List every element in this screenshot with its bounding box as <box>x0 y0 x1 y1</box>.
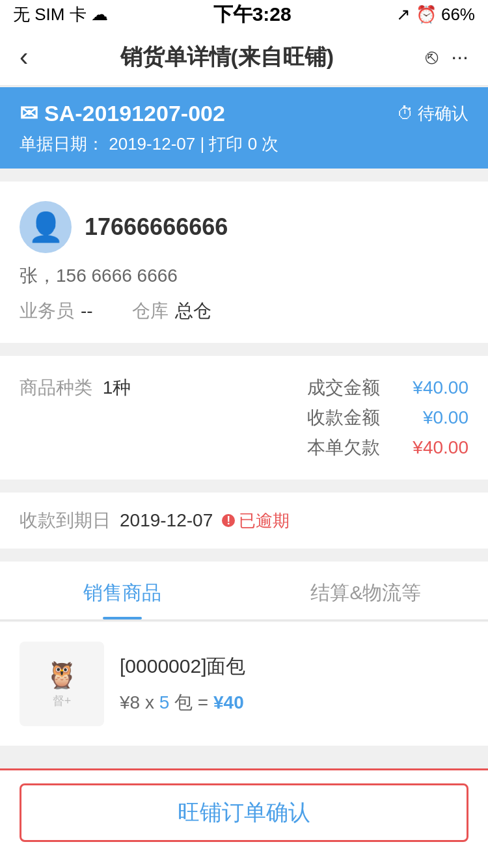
product-type-value: 1种 <box>103 377 131 398</box>
print-label: | 打印 <box>200 134 243 154</box>
owed-label: 本单欠款 <box>307 435 380 460</box>
warehouse-label: 仓库 <box>132 299 169 323</box>
status-left: 无 SIM 卡 ☁ <box>13 3 108 26</box>
status-time: 下午3:28 <box>213 1 291 28</box>
product-list: 🦉 督+ [0000002]面包 ¥8 x 5 包 = ¥40 <box>0 622 488 746</box>
share-button[interactable]: ⎋ <box>426 45 438 69</box>
due-date-value: 2019-12-07 <box>120 510 213 531</box>
nav-bar: ‹ 销货单详情(来自旺铺) ⎋ ··· <box>0 29 488 86</box>
order-status: ⏱ 待确认 <box>397 102 468 125</box>
customer-meta: 业务员 -- 仓库 总仓 <box>20 299 468 323</box>
product-total: ¥40 <box>213 692 244 712</box>
bottom-bar: 旺铺订单确认 <box>0 768 488 868</box>
customer-header: 👤 17666666666 <box>20 201 468 253</box>
tab-sales-products[interactable]: 销售商品 <box>0 562 244 619</box>
customer-card: 👤 17666666666 张，156 6666 6666 业务员 -- 仓库 … <box>0 182 488 343</box>
product-type-label: 商品种类 <box>20 377 92 398</box>
sales-value: -- <box>81 301 93 321</box>
price-separator: x <box>145 692 159 712</box>
product-logo-icon: 🦉 <box>46 660 78 690</box>
overdue-badge: ! 已逾期 <box>222 509 290 532</box>
sales-item: 业务员 -- <box>20 299 93 323</box>
summary-card: 商品种类 1种 成交金额 ¥40.00 收款金额 ¥0.00 本单欠款 ¥40.… <box>0 356 488 480</box>
order-id-icon: ✉ <box>20 100 38 126</box>
page-title: 销货单详情(来自旺铺) <box>120 42 334 72</box>
tab-sales-label: 销售商品 <box>83 582 161 603</box>
status-right: ↗ ⏰ 66% <box>396 5 475 25</box>
product-title: 面包 <box>206 655 245 677</box>
tab-settlement-label: 结算&物流等 <box>310 582 421 603</box>
more-button[interactable]: ··· <box>451 45 468 69</box>
customer-phone: 17666666666 <box>85 213 228 241</box>
product-price: ¥8 x 5 包 = ¥40 <box>120 690 468 715</box>
product-logo-text: 督+ <box>53 693 72 709</box>
tab-settlement[interactable]: 结算&物流等 <box>244 562 488 619</box>
table-row: 🦉 督+ [0000002]面包 ¥8 x 5 包 = ¥40 <box>0 622 488 746</box>
product-name: [0000002]面包 <box>120 653 468 680</box>
product-qty: 5 <box>159 692 170 712</box>
owed-value: ¥40.00 <box>390 437 468 458</box>
customer-name: 张，156 6666 6666 <box>20 264 468 288</box>
overdue-icon: ! <box>222 514 235 527</box>
sales-label: 业务员 <box>20 299 74 323</box>
received-row: 收款金额 ¥0.00 <box>307 405 468 430</box>
price-base: ¥8 <box>120 692 140 712</box>
order-date: 单据日期： 2019-12-07 | 打印 0 次 <box>20 133 468 156</box>
nav-actions: ⎋ ··· <box>426 45 468 69</box>
transaction-row: 成交金额 ¥40.00 <box>307 375 468 400</box>
print-unit: 次 <box>262 134 278 154</box>
transaction-value: ¥40.00 <box>390 377 468 398</box>
print-count: 0 <box>248 134 257 154</box>
avatar-icon: 👤 <box>28 210 64 244</box>
equals-sign: = <box>198 692 213 712</box>
received-value: ¥0.00 <box>390 407 468 428</box>
product-code: [0000002] <box>120 655 206 677</box>
due-date-label: 收款到期日 <box>20 508 111 533</box>
received-label: 收款金额 <box>307 405 380 430</box>
owed-row: 本单欠款 ¥40.00 <box>307 435 468 460</box>
product-info: [0000002]面包 ¥8 x 5 包 = ¥40 <box>120 653 468 715</box>
warehouse-item: 仓库 总仓 <box>132 299 211 323</box>
summary-left: 商品种类 1种 <box>20 375 131 400</box>
order-id: ✉ SA-20191207-002 <box>20 100 225 126</box>
date-label: 单据日期： <box>20 134 104 154</box>
tabs-container: 销售商品 结算&物流等 <box>0 562 488 621</box>
status-icon: ⏱ <box>397 103 414 124</box>
status-text: 待确认 <box>418 102 468 125</box>
qty-unit: 包 <box>174 692 193 712</box>
date-value: 2019-12-07 <box>109 134 195 154</box>
order-header: ✉ SA-20191207-002 ⏱ 待确认 单据日期： 2019-12-07… <box>0 87 488 169</box>
warehouse-value: 总仓 <box>175 299 211 323</box>
transaction-label: 成交金额 <box>307 375 380 400</box>
due-date-card: 收款到期日 2019-12-07 ! 已逾期 <box>0 493 488 549</box>
avatar: 👤 <box>20 201 72 253</box>
confirm-order-button[interactable]: 旺铺订单确认 <box>20 783 468 842</box>
status-bar: 无 SIM 卡 ☁ 下午3:28 ↗ ⏰ 66% <box>0 0 488 29</box>
summary-right: 成交金额 ¥40.00 收款金额 ¥0.00 本单欠款 ¥40.00 <box>307 375 468 460</box>
back-button[interactable]: ‹ <box>20 42 28 72</box>
order-header-top: ✉ SA-20191207-002 ⏱ 待确认 <box>20 100 468 126</box>
product-image: 🦉 督+ <box>20 642 104 726</box>
order-id-value: SA-20191207-002 <box>44 101 225 126</box>
overdue-text: 已逾期 <box>239 509 290 532</box>
